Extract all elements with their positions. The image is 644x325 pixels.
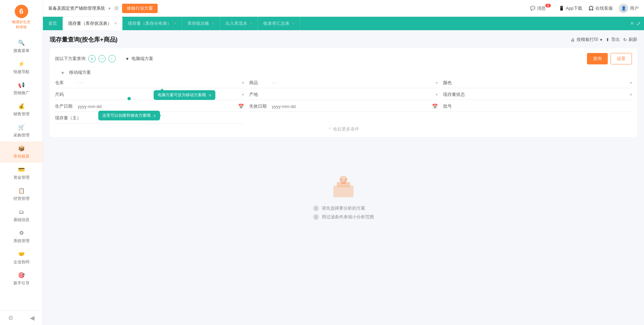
tab-in-out-flow[interactable]: 出入库流水 ×: [220, 17, 258, 30]
tooltip-modify: 这里可以创建和修改方案哦 ×: [98, 111, 160, 120]
tab-inventory-dist[interactable]: 现存量（库存分布表） ×: [122, 17, 182, 30]
tooltip1-close-icon[interactable]: ×: [209, 93, 211, 98]
collapse-btn[interactable]: ⌃ 收起更多条件: [328, 126, 359, 132]
production-date-input[interactable]: [78, 104, 235, 109]
enterprise-icon: 🤝: [18, 251, 25, 258]
finance-icon: 💳: [18, 166, 25, 173]
user-item[interactable]: 👤 用户: [619, 4, 639, 13]
online-service-item[interactable]: 🎧 在线客服: [588, 5, 613, 11]
batch-no-field: 批号: [443, 103, 632, 112]
topbar-arrow-icon: ▾: [108, 6, 111, 11]
collapse-icon[interactable]: ◀: [30, 314, 35, 322]
tab-close-summary-icon[interactable]: ×: [292, 21, 294, 26]
message-item[interactable]: 💬 消息 6: [530, 5, 553, 11]
filter-header-label: 按以下方案查询: [55, 56, 86, 62]
sidebar-item-enterprise[interactable]: 🤝 企业协同: [0, 247, 43, 268]
tab-close-icon[interactable]: ×: [114, 21, 117, 26]
sidebar-item-system[interactable]: ⚙ 系统管理: [0, 226, 43, 247]
filter-header: 按以下方案查询 + ⋯ ← ▼ 电脑端方案 查询 设置: [55, 53, 632, 64]
filter-add-btn[interactable]: +: [88, 55, 96, 62]
sidebar-logo: 6 畅通好生意 标准版: [0, 0, 43, 33]
scheme-section: ▼ 电脑端方案: [122, 56, 153, 62]
sidebar-item-quick[interactable]: ⚡ 快捷导航: [0, 57, 43, 78]
goods-field: 商品 ··· ▾: [249, 80, 438, 88]
color-field: 颜色 ▾: [443, 80, 632, 88]
sidebar-item-search[interactable]: 🔍 搜索菜单: [0, 36, 43, 57]
goods-select[interactable]: ··· ▾: [272, 80, 438, 86]
system-name: 装备及固定资产辅助管理系统: [48, 5, 105, 11]
sidebar-item-operation[interactable]: 📋 经营管理: [0, 184, 43, 205]
batch-no-input[interactable]: [466, 104, 632, 109]
sales-icon: 💰: [18, 103, 25, 110]
warehouse-select[interactable]: ··· ▾: [78, 80, 244, 86]
refresh-icon: ↻: [623, 37, 627, 42]
svg-rect-0: [333, 185, 354, 197]
avatar: 👤: [619, 4, 628, 13]
reset-btn[interactable]: 设置: [610, 53, 632, 64]
basic-icon: 🗂: [18, 208, 25, 216]
sidebar-item-basic[interactable]: 🗂 基础信息: [0, 205, 43, 226]
topbar-gear-icon[interactable]: ⚙: [114, 5, 119, 11]
stock-status-field: 现存量状态 ▾: [443, 92, 632, 100]
sidebar-item-inventory[interactable]: 📦 库存核算: [0, 142, 43, 163]
settings-icon[interactable]: ⚙: [8, 314, 13, 322]
sidebar-item-guide[interactable]: 🎯 新手引导: [0, 268, 43, 289]
sidebar-item-finance[interactable]: 💳 资金管理: [0, 163, 43, 184]
main-area: 装备及固定资产辅助管理系统 ▾ ⚙ 体验行业方案 💬 消息 6 📱 App下载 …: [43, 0, 644, 325]
export-btn[interactable]: ⬆ 导出: [606, 37, 620, 43]
filter-back-btn[interactable]: ←: [108, 55, 116, 62]
filter-more-btn[interactable]: ⋯: [98, 55, 106, 62]
origin-select[interactable]: ▾: [272, 92, 438, 97]
tabbar: 首页 现存量（库存状况表） × 现存量（库存分布表） × 库存批次账 × 出入库…: [43, 17, 644, 30]
print-arrow-icon: ▾: [600, 37, 602, 42]
expiry-calendar-icon[interactable]: 📅: [432, 104, 438, 109]
empty-tip-2: 2 用过滤条件来缩小分析范围: [313, 214, 374, 220]
tab-close-all-icon[interactable]: ×: [631, 20, 634, 26]
app-download-item[interactable]: 📱 App下载: [559, 5, 582, 11]
logo-icon: 6: [15, 5, 28, 18]
expiry-date-input[interactable]: [272, 104, 430, 109]
tab-close-dist-icon[interactable]: ×: [174, 21, 176, 26]
color-select[interactable]: ▾: [466, 80, 632, 85]
stock-status-select[interactable]: ▾: [468, 92, 632, 97]
empty-tip-1: 1 请先选择要分析的方案: [313, 205, 374, 211]
dot-indicator: [127, 97, 131, 100]
tab-close-batch-icon[interactable]: ×: [212, 21, 214, 26]
warehouse-field: 仓库 ··· ▾: [55, 80, 244, 88]
guide-icon: 🎯: [18, 272, 25, 279]
industry-btn[interactable]: 体验行业方案: [122, 4, 158, 13]
purchase-icon: 🛒: [18, 124, 25, 131]
tooltip-desktop: 电脑方案可设为移动方案哦 ×: [154, 90, 215, 100]
message-icon: 💬: [530, 6, 535, 11]
sidebar-item-sales[interactable]: 💰 销售管理: [0, 99, 43, 120]
print-icon: 🖨: [571, 37, 575, 42]
empty-tips: 1 请先选择要分析的方案 2 用过滤条件来缩小分析范围: [313, 205, 374, 220]
tab-home[interactable]: 首页: [43, 17, 63, 30]
topbar: 装备及固定资产辅助管理系统 ▾ ⚙ 体验行业方案 💬 消息 6 📱 App下载 …: [43, 0, 644, 17]
search-action-group: 查询 设置: [587, 53, 632, 64]
sidebar: 6 畅通好生意 标准版 🔍 搜索菜单 ⚡ 快捷导航 📢 营销推广 💰 销售管理 …: [0, 0, 43, 325]
tab-collection-summary[interactable]: 收发存汇总表 ×: [258, 17, 300, 30]
mobile-icon: 📱: [559, 6, 564, 11]
sidebar-bottom: ⚙ ◀: [0, 311, 43, 325]
print-btn[interactable]: 🖨 按模板打印 ▾: [571, 37, 602, 43]
page-title-row: 现存量查询(按仓库+商品) 🖨 按模板打印 ▾ ⬆ 导出 ↻ 刷新: [50, 36, 637, 44]
svg-point-2: [339, 176, 347, 184]
mobile-scheme-item[interactable]: ▶ 移动端方案: [62, 68, 632, 76]
tip-num-2: 2: [313, 214, 319, 220]
tab-close-flow-icon[interactable]: ×: [250, 21, 252, 26]
desktop-scheme-item[interactable]: ▼ 电脑端方案: [125, 56, 153, 62]
sidebar-item-purchase[interactable]: 🛒 采购管理: [0, 120, 43, 142]
search-btn[interactable]: 查询: [587, 53, 608, 64]
tab-expand-icon[interactable]: ⤢: [636, 20, 641, 27]
sidebar-item-marketing[interactable]: 📢 营销推广: [0, 78, 43, 99]
production-calendar-icon[interactable]: 📅: [238, 104, 244, 109]
content-area: 现存量查询(按仓库+商品) 🖨 按模板打印 ▾ ⬆ 导出 ↻ 刷新: [43, 30, 644, 325]
message-badge: 6: [545, 4, 551, 7]
filter-panel: 按以下方案查询 + ⋯ ← ▼ 电脑端方案 查询 设置: [50, 48, 637, 137]
tab-inventory-status[interactable]: 现存量（库存状况表） ×: [63, 17, 122, 30]
tooltip2-close-icon[interactable]: ×: [153, 113, 156, 118]
refresh-btn[interactable]: ↻ 刷新: [623, 37, 637, 43]
tab-batch-account[interactable]: 库存批次账 ×: [182, 17, 220, 30]
tip-num-1: 1: [313, 205, 319, 211]
